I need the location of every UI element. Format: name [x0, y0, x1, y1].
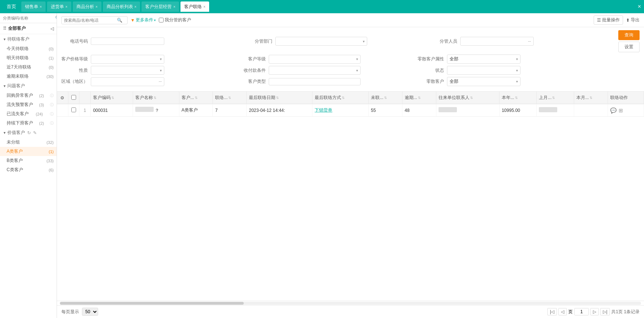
close-icon[interactable]: ×: [96, 5, 98, 9]
sidebar-section-problem[interactable]: ▼ 问题客户: [0, 81, 57, 91]
sidebar-item-class-b[interactable]: B类客户 (33): [0, 156, 57, 165]
th-this-year[interactable]: 本年...⇅: [499, 92, 537, 104]
th-name[interactable]: 客户名称⇅: [133, 92, 179, 104]
th-last-month[interactable]: 上月...⇅: [537, 92, 574, 104]
close-all-icon[interactable]: ×: [638, 3, 641, 10]
chat-icon[interactable]: 💬: [610, 107, 616, 113]
retail-select[interactable]: 全部 ▾: [447, 77, 520, 86]
nav-tab-analysis-list[interactable]: 商品分析列表 ×: [103, 1, 140, 12]
first-page-btn[interactable]: |◁: [547, 308, 557, 315]
sidebar-item-overdue[interactable]: 逾期未联络 (30): [0, 72, 57, 81]
horizontal-scrollbar[interactable]: [57, 301, 644, 305]
last-page-btn[interactable]: ▷|: [600, 308, 610, 315]
td-last-method[interactable]: 下销货单: [312, 104, 369, 117]
close-icon[interactable]: ×: [65, 5, 68, 9]
info-icon: ⓘ: [50, 102, 54, 107]
th-action: 联络动作: [608, 92, 644, 104]
chevron-down-icon: ▾: [160, 68, 162, 73]
close-icon[interactable]: ×: [173, 5, 175, 9]
th-checkbox[interactable]: [68, 92, 79, 104]
select-all-checkbox[interactable]: [71, 95, 76, 100]
sidebar-item-today[interactable]: 今天待联络 (0): [0, 44, 57, 53]
filter-field-phone: 电话号码: [61, 38, 246, 45]
filter-field-status: 状态 ▾: [418, 66, 595, 75]
prev-page-btn[interactable]: ◁: [558, 308, 567, 315]
filter-search-input[interactable]: [64, 18, 115, 22]
sidebar-search-input[interactable]: [3, 16, 54, 20]
th-last-method[interactable]: 最后联络方式⇅: [312, 92, 369, 104]
nav-tab-purchase[interactable]: 进货单 ×: [47, 1, 71, 12]
filter-field-customer-level: 客户等级 ▾: [239, 55, 417, 64]
chevron-down-icon: ▾: [516, 57, 518, 61]
th-overdue[interactable]: 逾期...⇅: [402, 92, 436, 104]
last-method-link[interactable]: 下销货单: [315, 107, 332, 113]
nav-tab-analysis[interactable]: 商品分析 ×: [73, 1, 101, 12]
nav-tab-customer-contact[interactable]: 客户联络 ×: [180, 1, 209, 12]
edit-icon[interactable]: ✎: [33, 130, 37, 135]
th-this-month[interactable]: 本月...⇅: [574, 92, 608, 104]
sidebar-collapse-icon[interactable]: ◁: [50, 26, 54, 31]
sidebar-section-value[interactable]: ▼ 价值客户 ↻ ✎: [0, 128, 57, 138]
close-icon[interactable]: ×: [40, 5, 42, 9]
close-icon[interactable]: ×: [135, 5, 137, 9]
page-input[interactable]: [574, 308, 589, 315]
nav-tab-customer-mgmt[interactable]: 客户分层经营 ×: [142, 1, 179, 12]
close-icon[interactable]: ×: [203, 5, 205, 9]
sidebar-item-declining[interactable]: 持续下滑客户 (2) ⓘ: [0, 119, 57, 128]
setting-button[interactable]: 设置: [618, 42, 640, 52]
search-icon[interactable]: 🔍: [117, 18, 122, 23]
sort-icon: ⇅: [342, 96, 345, 100]
sidebar-item-churn-warning[interactable]: 流失预警客户 (3) ⓘ: [0, 100, 57, 109]
my-customers-checkbox[interactable]: 我分管的客户: [159, 17, 191, 23]
retail-attr-select[interactable]: 全部 ▾: [447, 54, 520, 64]
filter-more-btn[interactable]: ▼ 更多条件 ▾: [130, 17, 156, 23]
my-customers-check[interactable]: [159, 18, 164, 22]
sidebar-item-class-c[interactable]: C类客户 (6): [0, 165, 57, 174]
price-level-select[interactable]: ▾: [91, 55, 164, 64]
td-checkbox[interactable]: [68, 104, 79, 117]
chevron-down-icon: ▾: [356, 68, 358, 73]
payment-select[interactable]: ▾: [269, 66, 361, 75]
scrollbar-thumb[interactable]: [60, 302, 244, 305]
th-last-date[interactable]: 最后联络日期⇅: [247, 92, 312, 104]
row-checkbox[interactable]: [71, 107, 76, 112]
nav-tab-sales[interactable]: 销售单 ×: [21, 1, 46, 12]
th-level[interactable]: 客户...⇅: [179, 92, 213, 104]
page-size-select[interactable]: 50: [82, 308, 98, 316]
sidebar-item-tomorrow[interactable]: 明天待联络 (1): [0, 53, 57, 63]
sidebar-item-unclassified[interactable]: 未分组 (32): [0, 138, 57, 147]
sidebar-item-class-a[interactable]: A类客户 (1): [0, 147, 57, 156]
info-icon: ⓘ: [50, 121, 54, 126]
customer-table: ⚙ 客户编码⇅ 客户名称⇅ 客户...⇅ 联络...⇅ 最后联络日期⇅ 最后联络…: [57, 92, 644, 117]
table-row: 1 000031 ？ A类客户 7 2023-04-12 14:44: 下销货单…: [57, 104, 644, 117]
status-select[interactable]: ▾: [447, 66, 520, 75]
customer-level-select[interactable]: ▾: [269, 55, 361, 64]
sidebar-item-7days[interactable]: 近7天待联络 (0): [0, 63, 57, 72]
next-page-btn[interactable]: ▷: [590, 308, 599, 315]
customer-type-input[interactable]: [269, 78, 361, 85]
th-contact[interactable]: 联络...⇅: [213, 92, 247, 104]
sidebar-section-pending[interactable]: ▼ 待联络客户: [0, 34, 57, 44]
dept-select[interactable]: ▾: [275, 37, 367, 46]
sidebar-item-repurchase-abnormal[interactable]: 回购异常客户 (2) ⓘ: [0, 91, 57, 100]
th-no-contact[interactable]: 未联...⇅: [369, 92, 402, 104]
phone-input[interactable]: [91, 38, 164, 45]
th-gear[interactable]: ⚙: [57, 92, 68, 104]
query-button[interactable]: 查询: [618, 30, 640, 40]
sidebar-item-churned[interactable]: 已流失客户 (24) ⓘ: [0, 109, 57, 119]
region-select[interactable]: ···: [91, 77, 164, 86]
refresh-icon[interactable]: ↻: [27, 130, 31, 135]
manager-input[interactable]: ···: [460, 37, 534, 46]
batch-op-btn[interactable]: ☰ 批量操作: [594, 15, 623, 25]
th-unit-contact[interactable]: 往来单位联系人⇅: [436, 92, 499, 104]
export-btn[interactable]: ⬆ 导出: [626, 17, 640, 23]
td-unit-contact: [436, 104, 499, 117]
qr-icon[interactable]: ⊞: [619, 107, 623, 113]
nav-home[interactable]: 首页: [3, 3, 20, 10]
td-num: 1: [79, 104, 91, 117]
th-code[interactable]: 客户编码⇅: [91, 92, 133, 104]
sort-icon: ⇅: [552, 96, 555, 100]
nature-select[interactable]: ▾: [91, 66, 164, 75]
sidebar-all-customers[interactable]: ⠿ 全部客户 ◁: [0, 23, 57, 34]
filter-bar-right: ☰ 批量操作 ⬆ 导出: [594, 15, 640, 25]
